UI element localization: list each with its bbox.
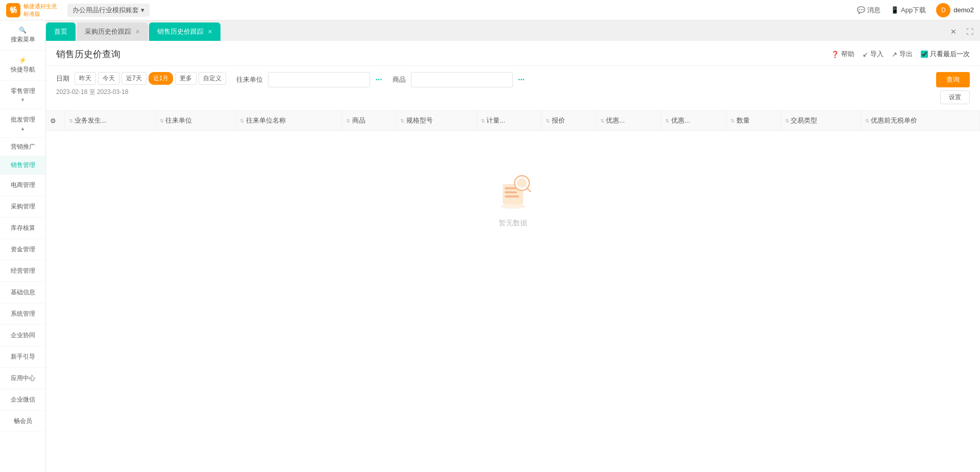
- only-last-checkbox[interactable]: [921, 51, 928, 58]
- message-action[interactable]: 💬 消息: [857, 6, 880, 15]
- empty-state: 暂无数据: [46, 131, 980, 269]
- tab-actions: ✕ ⛶: [947, 22, 980, 41]
- message-icon: 💬: [857, 6, 865, 14]
- th-trade-type[interactable]: ⇅ 交易类型: [780, 111, 861, 131]
- logo-area: 畅 畅捷通好生意 标准版: [6, 3, 57, 17]
- th-spec[interactable]: ⇅ 规格型号: [396, 111, 476, 131]
- svg-point-6: [517, 178, 527, 188]
- tab-purchase-history[interactable]: 采购历史价跟踪 ✕: [77, 22, 148, 41]
- tab-bar: 首页 采购历史价跟踪 ✕ 销售历史价跟踪 ✕ ✕ ⛶: [46, 20, 980, 41]
- sort-icon: ⇅: [400, 118, 404, 124]
- sidebar-item-quick-nav[interactable]: ⚡ 快捷导航: [0, 51, 45, 81]
- th-partner-code[interactable]: ⇅ 往来单位: [155, 111, 235, 131]
- sidebar-item-enterprise[interactable]: 企业协同: [0, 325, 45, 346]
- sidebar-item-wechat[interactable]: 企业微信: [0, 389, 45, 411]
- sidebar-item-purchase[interactable]: 采购管理: [0, 196, 45, 218]
- sidebar: 🔍 搜索菜单 ⚡ 快捷导航 零售管理 ▼ 批发管理 ▲ 营销推广 销售管理 电商…: [0, 20, 46, 472]
- th-unit[interactable]: ⇅ 计量...: [476, 111, 542, 131]
- date-btn-last1m[interactable]: 近1月: [149, 72, 174, 85]
- chevron-up-icon: ▲: [20, 126, 26, 131]
- logo-text: 畅捷通好生意 标准版: [23, 3, 57, 17]
- sidebar-item-basic-info[interactable]: 基础信息: [0, 282, 45, 303]
- th-discount2[interactable]: ⇅ 优惠...: [661, 111, 726, 131]
- sidebar-item-membership[interactable]: 畅会员: [0, 411, 45, 432]
- table-area: ⚙ ⇅ 业务发生... ⇅ 往来单位 ⇅ 往来单位名称: [46, 111, 980, 269]
- header-left: 畅 畅捷通好生意 标准版 办公用品行业模拟账套 ▾: [6, 3, 150, 17]
- sidebar-item-retail[interactable]: 零售管理 ▼: [0, 81, 45, 109]
- help-action[interactable]: ❓ 帮助: [831, 50, 854, 59]
- date-btn-yesterday[interactable]: 昨天: [75, 72, 96, 85]
- export-icon: ↗: [892, 51, 897, 58]
- th-quantity[interactable]: ⇅ 数量: [726, 111, 781, 131]
- date-btn-custom[interactable]: 自定义: [199, 72, 226, 85]
- sidebar-item-marketing[interactable]: 营销推广: [0, 138, 45, 156]
- import-action[interactable]: ↙ 导入: [863, 50, 884, 59]
- date-buttons: 昨天 今天 近7天 近1月 更多 自定义: [75, 72, 226, 85]
- sidebar-item-operations[interactable]: 经营管理: [0, 261, 45, 282]
- page-header: 销售历史价查询 ❓ 帮助 ↙ 导入 ↗ 导出: [46, 41, 980, 66]
- sidebar-item-guide[interactable]: 新手引导: [0, 346, 45, 368]
- app-selector[interactable]: 办公用品行业模拟账套 ▾: [67, 4, 150, 17]
- sidebar-item-search-menu[interactable]: 🔍 搜索菜单: [0, 20, 45, 51]
- sidebar-item-finance[interactable]: 资金管理: [0, 239, 45, 261]
- settings-button[interactable]: 设置: [940, 90, 970, 104]
- empty-text: 暂无数据: [499, 219, 527, 228]
- close-tab-purchase-icon[interactable]: ✕: [135, 29, 140, 35]
- main-layout: 🔍 搜索菜单 ⚡ 快捷导航 零售管理 ▼ 批发管理 ▲ 营销推广 销售管理 电商…: [0, 20, 980, 472]
- sidebar-item-inventory[interactable]: 库存核算: [0, 218, 45, 239]
- date-filter-row: 日期 昨天 今天 近7天 近1月 更多 自定义: [56, 72, 226, 85]
- date-btn-more[interactable]: 更多: [175, 72, 197, 85]
- tab-sales-history[interactable]: 销售历史价跟踪 ✕: [149, 22, 220, 41]
- sort-icon: ⇅: [69, 118, 73, 124]
- sort-icon: ⇅: [546, 118, 550, 124]
- header-right: 💬 消息 📱 App下载 D demo2: [857, 3, 974, 17]
- th-partner-name[interactable]: ⇅ 往来单位名称: [236, 111, 342, 131]
- sort-icon: ⇅: [160, 118, 164, 124]
- product-input[interactable]: [411, 72, 513, 87]
- user-area[interactable]: D demo2: [936, 3, 974, 17]
- th-product[interactable]: ⇅ 商品: [341, 111, 396, 131]
- tab-home[interactable]: 首页: [46, 22, 76, 41]
- sidebar-item-sales-mgmt[interactable]: 销售管理: [0, 156, 45, 175]
- svg-line-7: [527, 188, 530, 192]
- th-pre-tax-price[interactable]: ⇅ 优惠前无税单价: [861, 111, 979, 131]
- only-last-checkbox-label[interactable]: 只看最后一次: [921, 50, 970, 59]
- close-tab-sales-icon[interactable]: ✕: [208, 29, 212, 35]
- empty-icon: [493, 172, 533, 213]
- close-window-button[interactable]: ✕: [947, 26, 960, 38]
- sort-icon: ⇅: [240, 118, 244, 124]
- chevron-down-icon: ▾: [141, 6, 144, 14]
- date-range-text: 2023-02-18 至 2023-03-18: [56, 88, 226, 97]
- sidebar-item-app-center[interactable]: 应用中心: [0, 368, 45, 389]
- th-biz-date[interactable]: ⇅ 业务发生...: [64, 111, 155, 131]
- export-action[interactable]: ↗ 导出: [892, 50, 913, 59]
- query-button[interactable]: 查询: [936, 72, 970, 87]
- search-icon: 🔍: [19, 27, 27, 34]
- app-download-icon: 📱: [891, 6, 899, 14]
- partner-input[interactable]: [268, 72, 370, 87]
- filter-actions: 查询 设置: [936, 72, 970, 104]
- sidebar-item-ecommerce[interactable]: 电商管理: [0, 175, 45, 196]
- page-title: 销售历史价查询: [56, 48, 120, 60]
- nav-icon: ⚡: [19, 57, 27, 64]
- maximize-button[interactable]: ⛶: [964, 26, 976, 38]
- sort-icon: ⇅: [785, 118, 789, 124]
- filter-area: 日期 昨天 今天 近7天 近1月 更多 自定义 2023-02-18 至 202…: [46, 66, 980, 111]
- sort-icon: ⇅: [346, 118, 350, 124]
- sidebar-item-system[interactable]: 系统管理: [0, 303, 45, 325]
- th-quote[interactable]: ⇅ 报价: [542, 111, 596, 131]
- date-btn-today[interactable]: 今天: [98, 72, 119, 85]
- th-gear[interactable]: ⚙: [46, 111, 64, 131]
- partner-filter-row: 往来单位 ···: [236, 72, 382, 87]
- app-download-action[interactable]: 📱 App下载: [891, 6, 926, 15]
- sidebar-item-wholesale[interactable]: 批发管理 ▲: [0, 109, 45, 138]
- th-discount1[interactable]: ⇅ 优惠...: [596, 111, 661, 131]
- partner-dots[interactable]: ···: [375, 75, 382, 84]
- page-actions: ❓ 帮助 ↙ 导入 ↗ 导出 只看最后一次: [831, 50, 970, 59]
- svg-point-0: [501, 204, 525, 209]
- date-btn-last7[interactable]: 近7天: [121, 72, 146, 85]
- product-dots[interactable]: ···: [518, 75, 525, 84]
- table-header: ⚙ ⇅ 业务发生... ⇅ 往来单位 ⇅ 往来单位名称: [46, 111, 980, 131]
- sort-icon: ⇅: [481, 118, 485, 124]
- logo-icon: 畅: [6, 3, 20, 17]
